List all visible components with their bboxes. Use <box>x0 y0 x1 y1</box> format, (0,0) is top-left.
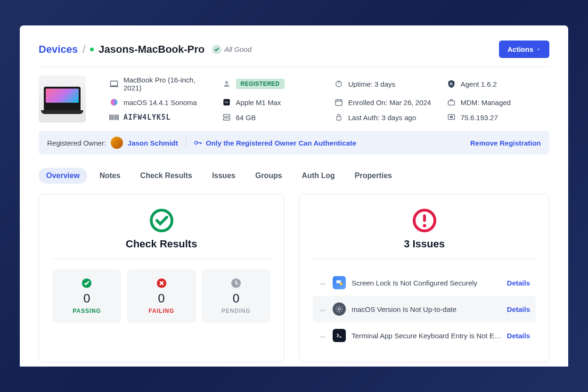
owner-name-link[interactable]: Jason Schmidt <box>128 139 178 147</box>
issue-details-link[interactable]: Details <box>507 305 530 313</box>
info-enrolled-value: Enrolled On: Mar 26, 2024 <box>348 98 431 106</box>
tab-overview[interactable]: Overview <box>39 168 87 184</box>
svg-text:K: K <box>449 82 452 86</box>
settings-gear-icon <box>333 302 346 316</box>
svg-point-28 <box>322 337 324 338</box>
agent-icon: K <box>447 79 456 89</box>
svg-rect-12 <box>336 117 341 120</box>
owner-avatar <box>111 137 123 149</box>
divider <box>39 66 549 67</box>
issue-text: Screen Lock Is Not Configured Securely <box>351 279 501 287</box>
check-stats: 0 PASSING 0 FAILING 0 PENDING <box>52 270 270 323</box>
network-icon <box>447 113 456 122</box>
issue-details-link[interactable]: Details <box>507 279 530 287</box>
issue-details-link[interactable]: Details <box>507 332 530 340</box>
info-storage: 64 GB <box>222 112 325 122</box>
briefcase-icon <box>447 98 456 107</box>
vertical-divider <box>186 138 186 148</box>
svg-rect-8 <box>335 100 342 106</box>
divider <box>52 259 270 259</box>
issue-text: Terminal App Secure Keyboard Entry is No… <box>351 332 501 340</box>
info-mdm-value: MDM: Managed <box>461 98 511 106</box>
issues-card-title: 3 Issues <box>313 238 536 250</box>
key-icon <box>194 139 202 147</box>
svg-point-26 <box>322 310 324 312</box>
info-uptime-value: Uptime: 3 days <box>348 80 395 88</box>
terminal-icon <box>333 329 346 342</box>
actions-button[interactable]: Actions <box>499 41 549 58</box>
svg-point-23 <box>322 284 324 286</box>
info-serial: AIFW4LYK5L <box>109 112 212 122</box>
check-card-title: Check Results <box>52 238 270 250</box>
svg-text:M1: M1 <box>225 101 228 104</box>
lock-icon <box>334 113 343 122</box>
gauge-icon <box>318 305 327 313</box>
issues-card: 3 Issues Screen Lock Is Not Configured S… <box>299 194 549 362</box>
tabs: Overview Notes Check Results Issues Grou… <box>39 168 549 184</box>
tab-notes[interactable]: Notes <box>92 168 128 184</box>
person-icon <box>222 79 231 89</box>
alert-circle-icon <box>412 208 437 233</box>
stat-passing-label: PASSING <box>56 308 117 314</box>
chevron-down-icon <box>536 47 541 52</box>
owner-label: Registered Owner: <box>47 139 106 147</box>
tab-issues[interactable]: Issues <box>204 168 243 184</box>
gauge-icon <box>318 278 327 287</box>
svg-point-15 <box>195 141 197 144</box>
info-uptime: Uptime: 3 days <box>334 75 437 92</box>
svg-rect-10 <box>223 114 230 117</box>
stat-failing-label: FAILING <box>131 308 192 314</box>
issue-row: macOS Version Is Not Up-to-date Details <box>313 296 536 322</box>
owner-bar: Registered Owner: Jason Schmidt Only the… <box>39 131 549 155</box>
chip-icon: M1 <box>222 98 231 107</box>
svg-rect-14 <box>450 116 453 118</box>
stat-pending[interactable]: 0 PENDING <box>202 270 270 323</box>
check-circle-icon <box>212 45 221 54</box>
card-head: 3 Issues <box>313 208 536 250</box>
gauge-icon <box>318 331 327 340</box>
card-head: Check Results <box>52 208 270 250</box>
status-pill: All Good <box>212 45 252 54</box>
check-results-card: Check Results 0 PASSING 0 FAILING 0 PEND… <box>39 194 284 362</box>
tab-check-results[interactable]: Check Results <box>133 168 200 184</box>
info-serial-value: AIFW4LYK5L <box>123 113 171 122</box>
status-dot-icon <box>90 48 94 51</box>
info-model-value: MacBook Pro (16-inch, 2021) <box>123 76 212 92</box>
os-icon <box>109 98 119 107</box>
svg-point-27 <box>338 308 341 310</box>
info-enrolled: Enrolled On: Mar 26, 2024 <box>334 97 437 107</box>
storage-icon <box>222 113 231 122</box>
stat-failing[interactable]: 0 FAILING <box>127 270 196 323</box>
stat-failing-count: 0 <box>131 291 192 306</box>
info-mdm: MDM: Managed <box>447 97 550 107</box>
issues-list: Screen Lock Is Not Configured Securely D… <box>313 270 536 349</box>
tab-auth-log[interactable]: Auth Log <box>294 168 343 184</box>
stat-pending-label: PENDING <box>205 308 267 314</box>
owner-left: Registered Owner: Jason Schmidt Only the… <box>47 137 356 149</box>
svg-point-1 <box>225 81 228 84</box>
breadcrumb-separator: / <box>82 43 85 56</box>
stat-passing[interactable]: 0 PASSING <box>52 270 121 323</box>
remove-registration-link[interactable]: Remove Registration <box>470 139 541 147</box>
info-agent-value: Agent 1.6.2 <box>461 80 497 88</box>
owner-auth-note: Only the Registered Owner Can Authentica… <box>194 139 357 147</box>
breadcrumb-root[interactable]: Devices <box>39 43 78 56</box>
clock-icon <box>231 278 241 288</box>
info-agent: K Agent 1.6.2 <box>447 75 550 92</box>
device-detail-panel: Devices / Jasons-MacBook-Pro All Good Ac… <box>20 25 568 367</box>
header-row: Devices / Jasons-MacBook-Pro All Good Ac… <box>39 41 549 58</box>
divider <box>313 259 536 259</box>
check-circle-large-icon <box>149 208 174 233</box>
breadcrumb-device-name: Jasons-MacBook-Pro <box>98 43 204 56</box>
info-os-value: macOS 14.4.1 Sonoma <box>123 98 197 106</box>
tab-properties[interactable]: Properties <box>347 168 400 184</box>
svg-rect-0 <box>111 81 118 86</box>
info-last-auth: Last Auth: 3 days ago <box>334 112 437 122</box>
device-thumbnail <box>39 75 86 122</box>
info-chip-value: Apple M1 Max <box>236 98 281 106</box>
svg-rect-21 <box>423 214 426 222</box>
svg-rect-25 <box>340 283 342 285</box>
registered-badge: REGISTERED <box>236 79 285 89</box>
tab-groups[interactable]: Groups <box>248 168 290 184</box>
info-os: macOS 14.4.1 Sonoma <box>109 97 212 107</box>
